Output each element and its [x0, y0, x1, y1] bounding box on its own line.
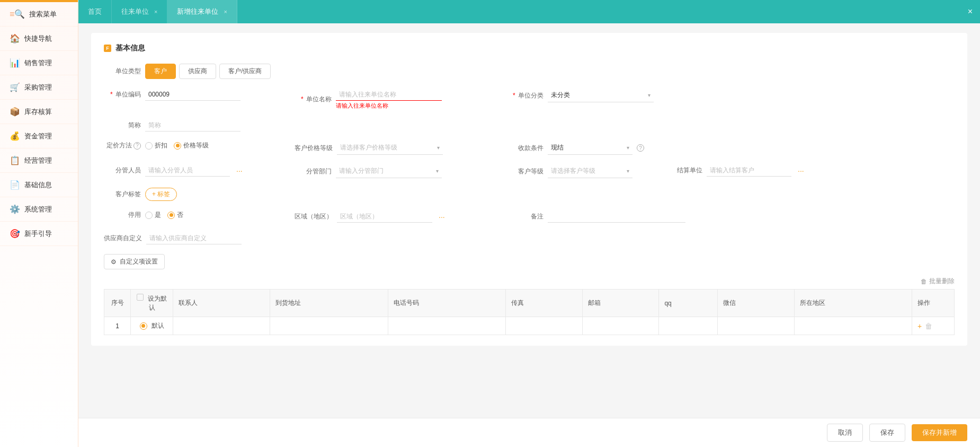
region-label: 区域（地区）: [295, 212, 333, 221]
tab-new-partner-close[interactable]: ×: [224, 8, 227, 15]
add-row-icon[interactable]: +: [917, 322, 922, 330]
unit-name-label: * 单位名称: [295, 95, 332, 104]
btn-supplier[interactable]: 供应商: [179, 64, 216, 79]
sidebar-item-system[interactable]: ⚙️ 系统管理: [0, 197, 78, 222]
col-phone: 电话号码: [388, 290, 505, 317]
customer-level-select[interactable]: 请选择客户等级 ▾: [548, 164, 632, 178]
code-name-category-row: * 单位编码 * 单位名称 请输入往来单位名称: [104, 89, 955, 110]
table-header-row: 序号 设为默认 联系人 到货地址 电话号码 传真 邮箱 qq 微信 所在地区: [104, 290, 955, 317]
payment-terms-value: 现结: [551, 143, 564, 152]
sidebar-item-search[interactable]: ≡🔍 搜索菜单: [0, 2, 78, 27]
sidebar-item-inventory[interactable]: 📦 库存核算: [0, 100, 78, 124]
price-level-chevron: ▾: [437, 145, 440, 151]
custom-settings-icon: ⚙: [111, 258, 117, 266]
unit-category-value: 未分类: [551, 91, 570, 100]
payment-terms-select[interactable]: 现结 ▾: [548, 141, 632, 155]
region-input[interactable]: [337, 211, 432, 223]
sidebar-item-sales[interactable]: 📊 销售管理: [0, 51, 78, 75]
custom-settings-button[interactable]: ⚙ 自定义项设置: [104, 254, 165, 269]
tags-row: 客户标签 + 标签: [104, 188, 955, 201]
region-field: 区域（地区） ···: [295, 211, 506, 223]
save-new-button[interactable]: 保存并新增: [912, 424, 967, 441]
save-button[interactable]: 保存: [869, 424, 905, 442]
tab-partner-label: 往来单位: [121, 7, 149, 16]
unit-code-label: * 单位编码: [104, 90, 141, 99]
unit-category-field: * 单位分类 未分类 ▾: [506, 89, 955, 102]
pricing-help-icon[interactable]: ?: [133, 142, 141, 150]
radio-yes[interactable]: 是: [145, 211, 161, 220]
pricing-method-field: 定价方法 ? 折扣 价格等级: [104, 141, 295, 150]
col-seq: 序号: [104, 290, 131, 317]
unit-category-select[interactable]: 未分类 ▾: [548, 89, 654, 102]
btn-customer-supplier[interactable]: 客户/供应商: [219, 64, 271, 79]
sidebar-label-finance: 资金管理: [24, 132, 52, 141]
region-ellipsis[interactable]: ···: [436, 213, 447, 221]
manager-field: 分管人员 ···: [104, 164, 295, 177]
manager-ellipsis[interactable]: ···: [234, 166, 245, 175]
department-select[interactable]: 请输入分管部门 ▾: [336, 164, 442, 178]
sidebar-item-operation[interactable]: 📋 经营管理: [0, 148, 78, 173]
col-action: 操作: [912, 290, 955, 317]
unit-name-input[interactable]: [336, 89, 442, 101]
operation-icon: 📋: [10, 155, 20, 165]
sales-icon: 📊: [10, 58, 20, 68]
row-phone: [388, 317, 505, 335]
supplier-custom-field: 供应商自定义: [104, 232, 955, 244]
unit-type-field: 单位类型 客户 供应商 客户/供应商: [104, 64, 955, 79]
col-address: 到货地址: [270, 290, 388, 317]
supplier-custom-input[interactable]: [146, 232, 242, 244]
payment-terms-help-icon[interactable]: ?: [637, 144, 644, 152]
category-chevron: ▾: [648, 92, 651, 98]
remark-field: 备注: [506, 211, 955, 223]
tab-partner-close[interactable]: ×: [154, 8, 157, 15]
manager-input[interactable]: [145, 164, 230, 177]
settlement-ellipsis[interactable]: ···: [796, 166, 806, 175]
sidebar-item-quick-nav[interactable]: 🏠 快捷导航: [0, 27, 78, 51]
row-default-radio[interactable]: 默认: [136, 321, 167, 330]
radio-no[interactable]: 否: [167, 211, 183, 220]
unit-name-field: * 单位名称 请输入往来单位名称: [295, 89, 506, 110]
tab-bar-close-all[interactable]: ×: [968, 7, 973, 16]
customer-level-label: 客户等级: [506, 167, 544, 176]
btn-customer[interactable]: 客户: [145, 64, 176, 79]
delete-row-icon[interactable]: 🗑: [925, 322, 932, 330]
short-name-field: 简称: [104, 119, 295, 132]
sidebar-item-basic[interactable]: 📄 基础信息: [0, 173, 78, 197]
short-name-input[interactable]: [145, 119, 240, 132]
department-field: 分管部门 请输入分管部门 ▾: [295, 164, 506, 178]
header-checkbox[interactable]: [137, 294, 144, 301]
radio-price-level[interactable]: 价格等级: [174, 141, 209, 150]
radio-price-level-circle: [174, 142, 181, 150]
batch-delete-label[interactable]: 批量删除: [929, 277, 955, 286]
pricing-row: 定价方法 ? 折扣 价格等级 客户: [104, 141, 955, 155]
settlement-unit-input[interactable]: [707, 164, 791, 177]
tab-partner[interactable]: 往来单位 ×: [112, 0, 167, 23]
category-required-star: *: [513, 92, 515, 99]
sidebar-item-purchase[interactable]: 🛒 采购管理: [0, 75, 78, 100]
customer-level-placeholder: 请选择客户等级: [551, 166, 595, 176]
sidebar-label-quick-nav: 快捷导航: [24, 34, 52, 43]
tab-bar: 首页 往来单位 × 新增往来单位 × ×: [78, 0, 980, 23]
basic-info-section: F 基本信息 单位类型 客户 供应商 客户/供应商 *: [91, 33, 967, 346]
basic-icon: 📄: [10, 180, 20, 190]
row-address: [270, 317, 388, 335]
unit-name-wrapper: 请输入往来单位名称: [336, 89, 442, 110]
sidebar-item-finance[interactable]: 💰 资金管理: [0, 124, 78, 148]
radio-discount[interactable]: 折扣: [145, 141, 167, 150]
sidebar-item-guide[interactable]: 🎯 新手引导: [0, 222, 78, 246]
add-tag-button[interactable]: + 标签: [145, 188, 177, 201]
remark-input[interactable]: [548, 211, 685, 223]
settlement-unit-label: 结算单位: [665, 166, 702, 175]
tab-home[interactable]: 首页: [78, 0, 112, 23]
radio-no-circle: [167, 212, 175, 219]
radio-discount-circle: [145, 142, 153, 150]
supplier-custom-label: 供应商自定义: [104, 234, 142, 243]
customer-price-level-field: 客户价格等级 请选择客户价格等级 ▾: [295, 141, 506, 155]
tab-new-partner[interactable]: 新增往来单位 ×: [167, 0, 237, 23]
unit-name-error: 请输入往来单位名称: [336, 102, 442, 110]
cancel-button[interactable]: 取消: [827, 424, 863, 442]
unit-code-input[interactable]: [145, 89, 240, 101]
customer-price-level-select[interactable]: 请选择客户价格等级 ▾: [337, 141, 443, 155]
search-icon: ≡🔍: [10, 9, 25, 19]
batch-delete-bar: 🗑 批量删除: [104, 277, 955, 286]
